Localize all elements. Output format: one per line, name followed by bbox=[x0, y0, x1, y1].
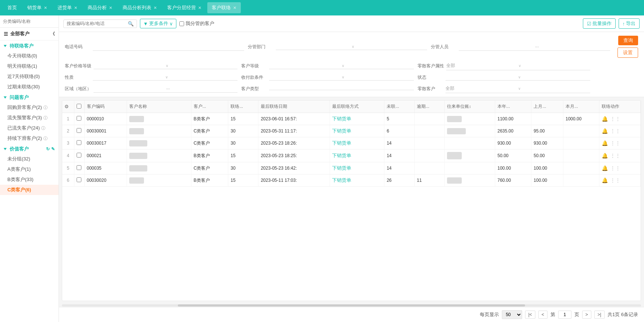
more-filter-button[interactable]: ▼ 更多条件 ∨ bbox=[140, 19, 176, 28]
contact-more-icon[interactable]: ⋮⋮ bbox=[610, 165, 620, 171]
payment-select[interactable]: ∨ bbox=[269, 74, 414, 81]
search-input[interactable] bbox=[67, 21, 128, 26]
contact-method-link[interactable]: 下销货单 bbox=[332, 128, 351, 134]
sidebar-item-class-c[interactable]: C类客户(6) bbox=[0, 185, 59, 195]
nature-select[interactable]: ∨ bbox=[93, 74, 237, 81]
sidebar-item-tomorrow[interactable]: 明天待联络(1) bbox=[0, 61, 59, 71]
sidebar-item-churn-warning[interactable]: 流失预警客户(3) ⓘ bbox=[0, 113, 59, 123]
contact-more-icon[interactable]: ⋮⋮ bbox=[610, 140, 620, 146]
manager-dots-icon[interactable]: ··· bbox=[535, 44, 610, 49]
row-checkbox[interactable] bbox=[77, 140, 81, 145]
dept-chevron-icon: ∨ bbox=[352, 45, 427, 49]
status-select[interactable]: ∨ bbox=[446, 74, 590, 81]
level-select[interactable]: ∨ bbox=[269, 63, 414, 69]
sidebar-search-input[interactable] bbox=[3, 19, 58, 24]
contact-bell-icon[interactable]: 🔔 bbox=[602, 140, 608, 146]
prev-page-button[interactable]: < bbox=[538, 311, 548, 319]
query-button[interactable]: 查询 bbox=[618, 36, 638, 45]
th-settings[interactable]: ⚙ bbox=[62, 100, 74, 113]
close-goods-analysis-icon[interactable]: ✕ bbox=[109, 6, 112, 10]
dept-select[interactable]: ∨ bbox=[276, 43, 427, 50]
sidebar-item-churned[interactable]: 已流失客户(24) ⓘ bbox=[0, 123, 59, 133]
close-goods-list-icon[interactable]: ✕ bbox=[154, 6, 157, 10]
row-checkbox[interactable] bbox=[77, 128, 81, 133]
contact-more-icon[interactable]: ⋮⋮ bbox=[610, 177, 620, 183]
retail-attr-chevron-icon: ∨ bbox=[518, 64, 591, 68]
contact-method-link[interactable]: 下销货单 bbox=[332, 140, 351, 146]
group-value-edit[interactable]: ✎ bbox=[51, 146, 55, 152]
nav-goods-list[interactable]: 商品分析列表✕ bbox=[118, 2, 161, 13]
sidebar-collapse-icon[interactable]: 《 bbox=[50, 31, 55, 37]
td-no: 3 bbox=[62, 137, 74, 149]
scrollbar-thumb[interactable] bbox=[178, 304, 525, 307]
contact-bell-icon[interactable]: 🔔 bbox=[602, 153, 608, 159]
next-page-button[interactable]: > bbox=[582, 311, 591, 319]
row-checkbox[interactable] bbox=[77, 165, 81, 170]
sidebar-item-declining[interactable]: 持续下滑客户(2) ⓘ bbox=[0, 133, 59, 144]
region-dots-icon[interactable]: ··· bbox=[166, 86, 238, 91]
row-checkbox[interactable] bbox=[77, 153, 81, 158]
retail-select[interactable]: 全部 ∨ bbox=[446, 84, 590, 93]
close-customer-contact-icon[interactable]: ✕ bbox=[233, 6, 236, 10]
td-code: 00030001 bbox=[84, 125, 127, 137]
last-page-button[interactable]: >| bbox=[594, 311, 605, 319]
contact-method-link[interactable]: 下销货单 bbox=[332, 165, 351, 171]
contact-method-link[interactable]: 下销货单 bbox=[332, 116, 351, 121]
sidebar-item-overdue[interactable]: 过期未联络(30) bbox=[0, 82, 59, 92]
contact-bell-icon[interactable]: 🔔 bbox=[602, 165, 608, 171]
td-this-month bbox=[563, 125, 599, 137]
scrollbar-track bbox=[62, 304, 641, 307]
nav-sales[interactable]: 销货单✕ bbox=[23, 2, 52, 13]
contact-bell-icon[interactable]: 🔔 bbox=[602, 116, 608, 122]
batch-operation-button[interactable]: ☑ 批量操作 bbox=[583, 18, 616, 29]
first-page-button[interactable]: |< bbox=[525, 311, 535, 319]
retail-attr-select[interactable]: 全部 ∨ bbox=[446, 61, 590, 70]
nav-home[interactable]: 首页 bbox=[3, 2, 21, 13]
close-purchase-icon[interactable]: ✕ bbox=[74, 6, 77, 10]
select-all-checkbox[interactable] bbox=[77, 104, 81, 109]
filter-region: 区域（地区） ··· bbox=[65, 85, 237, 93]
nav-purchase[interactable]: 进货单✕ bbox=[53, 2, 82, 13]
region-select[interactable]: ··· bbox=[94, 85, 237, 93]
right-buttons: ☑ 批量操作 ↑ 导出 bbox=[583, 18, 640, 29]
all-customers-section[interactable]: ☰ 全部客户 《 bbox=[0, 28, 59, 40]
row-checkbox[interactable] bbox=[77, 177, 81, 182]
nav-customer-tier[interactable]: 客户分层经营✕ bbox=[163, 2, 206, 13]
filter-payment: 收付款条件 ∨ bbox=[241, 74, 414, 81]
page-input[interactable] bbox=[558, 311, 571, 319]
contact-more-icon[interactable]: ⋮⋮ bbox=[610, 153, 620, 159]
close-sales-icon[interactable]: ✕ bbox=[44, 6, 47, 10]
contact-bell-icon[interactable]: 🔔 bbox=[602, 177, 608, 183]
my-customers-checkbox[interactable] bbox=[179, 21, 184, 26]
contact-bell-icon[interactable]: 🔔 bbox=[602, 128, 608, 134]
td-days-no-contact: 14 bbox=[384, 162, 415, 174]
phone-input[interactable] bbox=[93, 43, 244, 51]
value-grade-select[interactable]: ∨ bbox=[94, 63, 237, 69]
sidebar-item-class-a[interactable]: A类客户(1) bbox=[0, 164, 59, 174]
contact-more-icon[interactable]: ⋮⋮ bbox=[610, 128, 620, 134]
sidebar-item-week[interactable]: 近7天待联络(0) bbox=[0, 71, 59, 82]
sidebar-item-today[interactable]: 今天待联络(0) bbox=[0, 51, 59, 61]
customer-type-select[interactable] bbox=[269, 88, 414, 90]
settings-button[interactable]: 设置 bbox=[617, 47, 638, 58]
horizontal-scrollbar[interactable] bbox=[62, 304, 641, 307]
sidebar-item-class-b[interactable]: B类客户(33) bbox=[0, 174, 59, 185]
per-page-select[interactable]: 50 100 200 bbox=[502, 310, 522, 319]
nav-goods-analysis[interactable]: 商品分析✕ bbox=[83, 2, 117, 13]
sidebar-item-abnormal[interactable]: 回购异常客户(2) ⓘ bbox=[0, 102, 59, 113]
close-customer-tier-icon[interactable]: ✕ bbox=[198, 6, 201, 10]
nav-customer-contact[interactable]: 客户联络✕ bbox=[207, 2, 241, 13]
td-type: B类客户 bbox=[191, 149, 228, 162]
td-overdue bbox=[415, 125, 445, 137]
td-code: 000035 bbox=[84, 162, 127, 174]
group-value-refresh[interactable]: ↻ bbox=[46, 146, 50, 152]
contact-method-link[interactable]: 下销货单 bbox=[332, 177, 351, 183]
contact-method-link[interactable]: 下销货单 bbox=[332, 153, 351, 158]
contact-more-icon[interactable]: ⋮⋮ bbox=[610, 116, 620, 122]
td-no: 2 bbox=[62, 125, 74, 137]
sidebar-item-ungrouped[interactable]: 未分组(32) bbox=[0, 154, 59, 164]
export-button[interactable]: ↑ 导出 bbox=[619, 18, 640, 29]
manager-select[interactable]: ··· bbox=[459, 43, 610, 51]
row-checkbox[interactable] bbox=[77, 116, 81, 121]
td-last-month: 100.00 bbox=[531, 162, 563, 174]
